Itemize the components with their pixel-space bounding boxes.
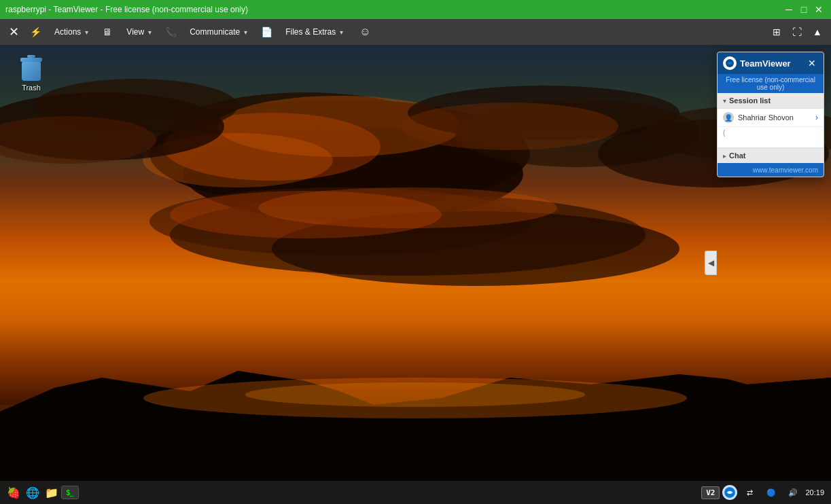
- tv-close-button[interactable]: ✕: [806, 57, 818, 69]
- trash-label: Trash: [22, 84, 41, 92]
- tv-header: TeamViewer ✕: [718, 52, 824, 74]
- tv-logo: TeamViewer: [723, 56, 791, 70]
- tv-logo-icon: [723, 56, 737, 70]
- taskbar-terminal-icon[interactable]: $_: [61, 486, 79, 499]
- taskbar-bluetooth-icon[interactable]: 🔵: [762, 483, 781, 502]
- toolbar-close-button[interactable]: ✕: [4, 22, 23, 41]
- tv-user-status: (: [718, 127, 824, 139]
- taskbar-arrows-icon[interactable]: ⇄: [740, 483, 759, 502]
- trash-desktop-icon[interactable]: Trash: [7, 52, 56, 94]
- files-menu-button[interactable]: Files & Extras ▾: [279, 22, 350, 41]
- tv-user-avatar: 👤: [723, 112, 734, 123]
- tv-collapse-button[interactable]: ◀: [705, 251, 717, 275]
- svg-point-15: [258, 187, 557, 228]
- tv-session-chevron: ▾: [723, 97, 726, 105]
- taskbar: 🍓 🌐 📁 $_ V2 ⇄ 🔵 🔊 20:19: [0, 481, 831, 504]
- tv-chat-section[interactable]: ▸ Chat: [718, 147, 824, 163]
- tv-chat-label: Chat: [729, 151, 745, 160]
- svg-point-24: [245, 382, 585, 407]
- collapse-icon-button[interactable]: ▲: [808, 22, 827, 41]
- tv-footer: www.teamviewer.com: [718, 163, 824, 177]
- taskbar-volume-icon[interactable]: 🔊: [783, 483, 802, 502]
- tv-session-section[interactable]: ▾ Session list: [718, 93, 824, 109]
- communicate-menu-button[interactable]: Communicate ▾: [183, 22, 254, 41]
- expand-icon-button[interactable]: ⛶: [788, 22, 807, 41]
- tv-session-item[interactable]: 👤 Shahriar Shovon ›: [718, 109, 824, 127]
- teamviewer-panel: TeamViewer ✕ Free license (non-commercia…: [717, 52, 824, 177]
- view-menu-button[interactable]: View ▾: [120, 22, 158, 41]
- tv-website-link[interactable]: www.teamviewer.com: [753, 166, 818, 174]
- desktop: Trash ◀ TeamViewer ✕ Free license (non-c…: [0, 45, 831, 481]
- tv-title-text: TeamViewer: [740, 58, 791, 69]
- trash-body: [22, 62, 41, 81]
- tv-user-arrow-icon: ›: [815, 113, 818, 122]
- files-icon: 📄: [257, 22, 276, 41]
- tv-subtitle: Free license (non-commercial use only): [718, 74, 824, 93]
- actions-menu-button[interactable]: Actions ▾: [48, 22, 95, 41]
- lightning-icon: ⚡: [26, 22, 45, 41]
- taskbar-right-area: V2 ⇄ 🔵 🔊 20:19: [701, 483, 827, 502]
- maximize-button[interactable]: □: [797, 3, 811, 16]
- communicate-chevron-icon: ▾: [244, 29, 247, 36]
- taskbar-globe-icon[interactable]: 🌐: [23, 483, 42, 502]
- tv-user-name: Shahriar Shovon: [738, 113, 815, 122]
- tv-body: ▾ Session list 👤 Shahriar Shovon › (: [718, 93, 824, 147]
- taskbar-v2-button[interactable]: V2: [701, 486, 720, 499]
- tv-session-label: Session list: [729, 96, 771, 105]
- files-chevron-icon: ▾: [340, 29, 343, 36]
- title-bar: raspberrypi - TeamViewer - Free license …: [0, 0, 831, 19]
- communicate-icon: 📞: [161, 22, 180, 41]
- actions-chevron-icon: ▾: [85, 29, 88, 36]
- close-button[interactable]: ✕: [812, 3, 826, 16]
- taskbar-teamviewer-icon[interactable]: [722, 485, 737, 500]
- remote-toolbar: ✕ ⚡ Actions ▾ 🖥 View ▾ 📞 Communicate ▾ 📄…: [0, 19, 831, 45]
- emoji-button[interactable]: ☺: [353, 22, 377, 41]
- grid-icon-button[interactable]: ⊞: [767, 22, 786, 41]
- view-chevron-icon: ▾: [148, 29, 152, 36]
- tv-chat-chevron: ▸: [723, 152, 726, 160]
- minimize-button[interactable]: ─: [782, 3, 796, 16]
- taskbar-clock: 20:19: [805, 488, 827, 497]
- view-icon: 🖥: [98, 22, 117, 41]
- svg-point-10: [401, 103, 618, 150]
- taskbar-raspberry-icon[interactable]: 🍓: [4, 483, 23, 502]
- taskbar-folder-icon[interactable]: 📁: [42, 483, 61, 502]
- window-title: raspberrypi - TeamViewer - Free license …: [5, 5, 248, 14]
